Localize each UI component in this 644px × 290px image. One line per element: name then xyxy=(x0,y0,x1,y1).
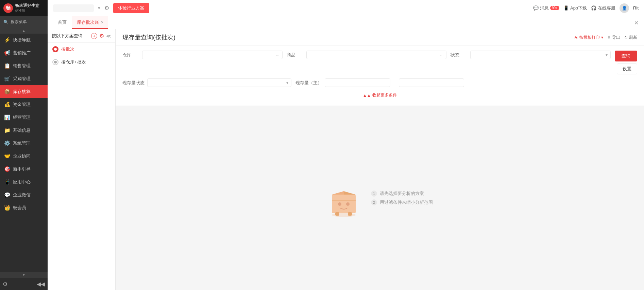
collapse-bar[interactable]: ▲▲ 收起更多条件 xyxy=(122,90,637,101)
print-dropdown-icon[interactable]: ▾ xyxy=(601,35,603,40)
export-button[interactable]: ⬇ 导出 xyxy=(607,35,620,40)
sidebar-item-system[interactable]: ⚙️ 系统管理 xyxy=(0,137,48,150)
member-icon: 👑 xyxy=(4,205,10,211)
sidebar-scroll-up[interactable]: ▲ xyxy=(0,28,48,34)
stock-status-wrap: ▾ xyxy=(147,78,291,87)
svg-marker-3 xyxy=(332,191,344,195)
warehouse-input-wrap: ··· xyxy=(142,51,283,59)
sidebar-item-marketing[interactable]: 📢 营销推广 xyxy=(0,47,48,59)
tab-home[interactable]: 首页 xyxy=(53,16,71,29)
topbar-settings-icon[interactable]: ⚙ xyxy=(104,5,109,11)
sidebar-item-wechat[interactable]: 💬 企业微信 xyxy=(0,188,48,201)
app-title: 畅康通好生意 xyxy=(15,3,39,8)
sidebar-nav: ⚡ 快捷导航 📢 营销推广 📋 销售管理 🛒 采购管理 📦 库存核算 💰 资金管… xyxy=(0,34,48,272)
plan-item-by-warehouse[interactable]: 按仓库+批次 xyxy=(48,56,115,69)
main-area: ▾ ⚙ 体验行业方案 💬 消息 99+ 📱 App下载 🎧 在线客服 👤 Rit… xyxy=(48,0,644,290)
messages-action[interactable]: 💬 消息 99+ xyxy=(533,5,559,11)
wechat-icon: 💬 xyxy=(4,192,10,198)
sidebar-search-item[interactable]: 🔍 搜索菜单 xyxy=(0,16,48,28)
topbar-dropdown-icon[interactable]: ▾ xyxy=(98,5,100,11)
refresh-button[interactable]: ↻ 刷新 xyxy=(624,35,637,40)
settings-plan-icon[interactable]: ⚙ xyxy=(99,33,104,39)
sidebar-item-enterprise[interactable]: 🤝 企业协同 xyxy=(0,150,48,163)
goods-more-icon[interactable]: ··· xyxy=(440,53,443,57)
left-panel-actions: + ⚙ ≪ xyxy=(91,33,111,39)
sidebar-item-label: 系统管理 xyxy=(13,140,31,146)
tabbar-close-button[interactable]: ✕ xyxy=(634,19,639,26)
stock-status-dropdown[interactable]: ▾ xyxy=(286,80,288,85)
hint-text-1: 请先选择要分析的方案 xyxy=(380,191,424,197)
collapse-sidebar-icon[interactable]: ◀◀ xyxy=(37,281,45,287)
sidebar-item-quick-nav[interactable]: ⚡ 快捷导航 xyxy=(0,34,48,47)
settings-icon[interactable]: ⚙ xyxy=(3,281,7,287)
stock-status-input[interactable] xyxy=(150,80,285,85)
user-avatar[interactable]: 👤 xyxy=(620,3,629,13)
phone-icon: 📱 xyxy=(563,5,569,11)
goods-input[interactable] xyxy=(309,52,439,57)
tab-home-label: 首页 xyxy=(58,19,67,25)
svg-rect-9 xyxy=(348,212,352,216)
left-panel: 按以下方案查询 + ⚙ ≪ 按批次 按仓库+批次 xyxy=(48,29,116,290)
empty-state: 1 请先选择要分析的方案 2 用过滤条件来缩小分析范围 xyxy=(116,106,644,290)
tab-close-icon[interactable]: × xyxy=(101,20,103,24)
sidebar-item-basics[interactable]: 📁 基础信息 xyxy=(0,124,48,137)
collapse-up-icon: ▲▲ xyxy=(363,93,371,98)
sidebar-item-finance[interactable]: 💰 资金管理 xyxy=(0,98,48,111)
status-input[interactable] xyxy=(473,52,604,57)
query-button[interactable]: 查询 xyxy=(615,51,637,61)
trial-button[interactable]: 体验行业方案 xyxy=(113,3,149,13)
finance-icon: 💰 xyxy=(4,102,10,108)
sidebar-item-label: 销售管理 xyxy=(13,63,31,69)
empty-text-area: 1 请先选择要分析的方案 2 用过滤条件来缩小分析范围 xyxy=(371,191,433,205)
sidebar-item-newbie[interactable]: 🎯 新手引导 xyxy=(0,163,48,176)
status-dropdown-icon[interactable]: ▾ xyxy=(606,53,608,57)
sidebar-item-label: 营销推广 xyxy=(13,50,31,56)
hint-num-1: 1 xyxy=(371,191,377,197)
svg-rect-8 xyxy=(335,212,339,216)
stock-status-label: 现存量状态 xyxy=(122,80,145,86)
stock-qty-to-wrap xyxy=(399,78,464,87)
hint-num-2: 2 xyxy=(371,199,377,205)
tab-inventory-batch[interactable]: 库存批次账 × xyxy=(72,16,108,29)
topbar-search-input[interactable] xyxy=(56,6,84,11)
app-download-action[interactable]: 📱 App下载 xyxy=(563,5,587,11)
add-plan-icon[interactable]: + xyxy=(91,33,97,39)
sidebar-item-label: 新手引导 xyxy=(13,166,31,172)
refresh-icon: ↻ xyxy=(624,35,628,40)
plan-item-by-batch[interactable]: 按批次 xyxy=(48,43,115,56)
app-version: 标准版 xyxy=(15,8,39,13)
stock-qty-from-input[interactable] xyxy=(328,80,387,85)
status-label: 状态 xyxy=(451,52,468,58)
service-icon: 🎧 xyxy=(591,5,596,11)
topbar-search-box[interactable] xyxy=(53,4,94,12)
app-download-label: App下载 xyxy=(570,5,587,11)
settings-button[interactable]: 设置 xyxy=(617,64,637,74)
collapse-label: 收起更多条件 xyxy=(372,92,397,98)
empty-box-svg xyxy=(327,181,361,218)
stock-qty-to-input[interactable] xyxy=(402,80,461,85)
svg-point-7 xyxy=(346,202,350,206)
sidebar-scroll-down[interactable]: ▼ xyxy=(0,272,48,278)
online-service-action[interactable]: 🎧 在线客服 xyxy=(591,5,615,11)
app-info: 畅康通好生意 标准版 xyxy=(15,3,39,13)
stock-qty-label: 现存量（主） xyxy=(295,80,322,86)
warehouse-input[interactable] xyxy=(145,52,275,57)
sidebar-item-purchase[interactable]: 🛒 采购管理 xyxy=(0,72,48,85)
sidebar-item-member[interactable]: 👑 畅会员 xyxy=(0,201,48,214)
sidebar-item-operations[interactable]: 📊 经营管理 xyxy=(0,111,48,124)
sidebar-item-label: 经营管理 xyxy=(13,114,31,121)
warehouse-more-icon[interactable]: ··· xyxy=(276,53,279,57)
goods-input-wrap: ··· xyxy=(306,51,447,59)
sidebar-item-sales[interactable]: 📋 销售管理 xyxy=(0,59,48,72)
sidebar-item-label: 企业协同 xyxy=(13,153,31,159)
status-input-wrap: ▾ xyxy=(470,51,611,59)
plan-dot-inactive xyxy=(52,59,58,65)
enterprise-icon: 🤝 xyxy=(4,153,10,159)
svg-marker-4 xyxy=(344,191,356,195)
sidebar-item-inventory[interactable]: 📦 库存核算 xyxy=(0,85,48,98)
sidebar-item-label: 基础信息 xyxy=(13,127,31,133)
print-button[interactable]: 🖨 按模板打印 ▾ xyxy=(574,35,603,40)
collapse-panel-icon[interactable]: ≪ xyxy=(106,33,111,39)
sidebar-item-apps[interactable]: 📱 应用中心 xyxy=(0,176,48,188)
sidebar-item-label: 应用中心 xyxy=(13,179,31,185)
